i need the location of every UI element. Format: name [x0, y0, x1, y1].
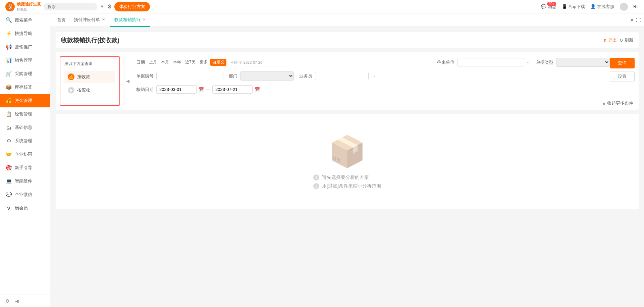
- sidebar-item-purchase[interactable]: 🛒 采购管理: [0, 67, 50, 81]
- operation-icon: 📋: [5, 111, 12, 117]
- date-shortcut-this-year[interactable]: 本年: [172, 59, 182, 66]
- date-shortcut-custom[interactable]: 自定义: [210, 59, 226, 66]
- unit-input[interactable]: [457, 58, 524, 66]
- sidebar: 🔍 搜索菜单 ⚡ 快捷导航 📢 营销推广 📊 销售管理 🛒 采购管理 📦 库存核…: [0, 13, 50, 307]
- doc-num-input[interactable]: [156, 72, 223, 80]
- tip-text-2: 用[过滤]条件来缩小分析范围: [322, 183, 381, 189]
- sidebar-item-operation[interactable]: 📋 经营管理: [0, 107, 50, 121]
- tab-close-icon[interactable]: ✕: [143, 17, 146, 22]
- chevron-up-icon: ∧: [602, 101, 606, 106]
- purchase-icon: 🛒: [5, 71, 12, 77]
- system-icon: ⚙: [5, 138, 12, 144]
- calendar-icon[interactable]: 📅: [199, 87, 204, 92]
- finance-icon: 💰: [5, 98, 12, 104]
- tab-home[interactable]: 首页: [54, 17, 69, 23]
- tip-text-1: 请先选择要分析的方案: [322, 174, 369, 181]
- sidebar-item-collab[interactable]: 🤝 企业协同: [0, 148, 50, 161]
- collapse-button[interactable]: ◀: [124, 52, 131, 110]
- tab-expand-icon[interactable]: ⛶: [636, 17, 641, 23]
- writeoff-start-input[interactable]: [156, 85, 197, 94]
- search-icon: 🔍: [5, 17, 12, 23]
- sidebar-item-basic[interactable]: 🗂 基础信息: [0, 121, 50, 134]
- staff-input[interactable]: [315, 72, 369, 80]
- page-content: 收款核销执行(按收款) ⬆ 导出 ↻ 刷新 按以下方案查询: [50, 27, 644, 307]
- content-area: 首页 预付冲应付单 ✕ 收款核销执行 ✕ ✕ ⛶ 收款核销执行(按收款) ⬆: [50, 13, 644, 307]
- avatar[interactable]: [620, 3, 628, 11]
- sidebar-collapse-icon[interactable]: ◀: [15, 298, 19, 304]
- date-shortcut-more[interactable]: 更多: [198, 59, 209, 66]
- dept-label: 部门: [229, 73, 237, 79]
- filter-option-by-receivable[interactable]: 🕐 按应收: [64, 84, 115, 96]
- filter-left-panel: 按以下方案查询 💰 按收款 🕐 按应收: [60, 56, 120, 106]
- export-icon: ⬆: [603, 38, 607, 43]
- sidebar-item-hardware[interactable]: 💻 智能硬件: [0, 174, 50, 188]
- sidebar-item-marketing[interactable]: 📢 营销推广: [0, 40, 50, 54]
- date-shortcut-last-month[interactable]: 上月: [148, 59, 158, 66]
- hardware-icon: 💻: [5, 178, 12, 184]
- tab-close-all-icon[interactable]: ✕: [630, 17, 634, 23]
- filter-option-label: 按应收: [77, 87, 90, 93]
- writeoff-date-field: 核销日期 📅 — 📅: [136, 85, 260, 94]
- date-shortcut-7days[interactable]: 近7天: [184, 59, 197, 66]
- action-buttons: 查询 设置: [610, 52, 639, 98]
- filter-settings-button[interactable]: 设置: [610, 71, 635, 82]
- sidebar-item-label: 销售管理: [15, 57, 32, 63]
- dept-select[interactable]: [240, 71, 294, 81]
- search-input[interactable]: [44, 3, 97, 10]
- online-service-button[interactable]: 👤 在线客服: [590, 4, 614, 10]
- message-button[interactable]: 💬 消息 99+: [541, 4, 556, 10]
- export-button[interactable]: ⬆ 导出: [603, 37, 617, 43]
- dropdown-arrow-icon[interactable]: ▼: [100, 4, 104, 9]
- writeoff-end-input[interactable]: [212, 85, 253, 94]
- unit-dots[interactable]: ···: [527, 60, 531, 65]
- sidebar-item-nav[interactable]: ⚡ 快捷导航: [0, 27, 50, 40]
- calendar-icon-2[interactable]: 📅: [255, 87, 260, 92]
- collab-icon: 🤝: [5, 151, 12, 157]
- doc-num-field: 单据编号: [136, 72, 223, 80]
- topbar-right: 💬 消息 99+ 📱 App下载 👤 在线客服 Rit: [541, 3, 639, 11]
- receipt-option-icon: 💰: [68, 73, 74, 80]
- unit-field: 往来单位 ···: [437, 58, 531, 66]
- sidebar-settings-icon[interactable]: ⚙: [5, 298, 10, 304]
- sidebar-item-wechat[interactable]: 💬 企业微信: [0, 188, 50, 201]
- collapse-icon: ◀: [126, 79, 129, 84]
- staff-dots[interactable]: ···: [371, 73, 375, 79]
- doc-type-select[interactable]: [556, 58, 610, 67]
- tab-bar: 首页 预付冲应付单 ✕ 收款核销执行 ✕ ✕ ⛶: [50, 13, 644, 27]
- sidebar-item-finance[interactable]: 💰 资金管理: [0, 94, 50, 107]
- date-field: 日期 上月 本月 本年 近7天 更多 自定义: [136, 59, 262, 66]
- date-shortcut-this-month[interactable]: 本月: [160, 59, 170, 66]
- writeoff-date-label: 核销日期: [136, 87, 154, 93]
- sidebar-bottom: ⚙ ◀: [0, 295, 50, 307]
- sidebar-item-sales[interactable]: 📊 销售管理: [0, 54, 50, 67]
- tip-num-2: 2: [313, 183, 319, 189]
- date-label: 日期: [136, 59, 145, 65]
- page-header: 收款核销执行(按收款) ⬆ 导出 ↻ 刷新: [56, 32, 639, 48]
- settings-icon[interactable]: ⚙: [107, 3, 112, 10]
- industry-button[interactable]: 体验行业方案: [114, 2, 150, 11]
- collapse-more-button[interactable]: ∧ 收起更多条件: [602, 100, 633, 106]
- query-button[interactable]: 查询: [610, 58, 635, 68]
- message-badge: 99+: [547, 2, 556, 6]
- app-download-button[interactable]: 📱 App下载: [562, 4, 585, 10]
- tab-close-icon[interactable]: ✕: [102, 17, 105, 22]
- page-header-actions: ⬆ 导出 ↻ 刷新: [603, 37, 633, 43]
- tip-num-1: 1: [313, 174, 319, 181]
- tab-prepay[interactable]: 预付冲应付单 ✕: [69, 13, 110, 27]
- sidebar-item-system[interactable]: ⚙ 系统管理: [0, 134, 50, 148]
- username: Rit: [633, 4, 639, 9]
- sales-icon: 📊: [5, 57, 12, 63]
- sidebar-item-guide[interactable]: 🎯 新手引导: [0, 161, 50, 174]
- sidebar-item-member[interactable]: V 畅会员: [0, 201, 50, 215]
- marketing-icon: 📢: [5, 44, 12, 50]
- tab-writeoff[interactable]: 收款核销执行 ✕: [110, 13, 150, 27]
- page-title: 收款核销执行(按收款): [61, 36, 119, 44]
- refresh-button[interactable]: ↻ 刷新: [620, 37, 633, 43]
- sidebar-item-inventory[interactable]: 📦 库存核算: [0, 81, 50, 94]
- brand-text: 畅捷通好生意 标准版: [17, 1, 41, 12]
- sidebar-item-search[interactable]: 🔍 搜索菜单: [0, 13, 50, 27]
- filter-option-by-receipt[interactable]: 💰 按收款: [64, 71, 115, 83]
- empty-tip-1: 1 请先选择要分析的方案: [313, 174, 381, 181]
- staff-field: 业务员 ···: [299, 72, 375, 80]
- sidebar-item-label: 基础信息: [15, 124, 32, 131]
